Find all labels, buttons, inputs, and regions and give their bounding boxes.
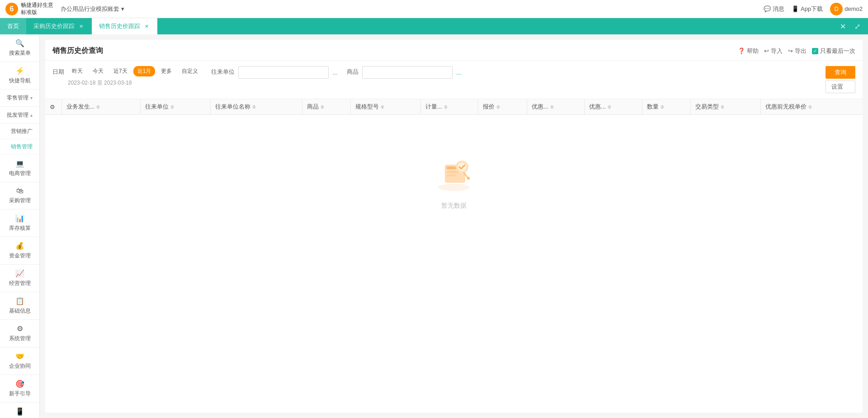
page-actions: ❓ 帮助 ↩ 导入 ↪ 导出 ✓ 只看最后一次 xyxy=(738,47,855,55)
query-button[interactable]: 查询 xyxy=(826,66,855,79)
col-discount2[interactable]: 优惠... xyxy=(585,99,642,115)
col-unit[interactable]: 计量... xyxy=(421,99,478,115)
sidebar-item-basic-info[interactable]: 📋 基础信息 xyxy=(0,292,39,320)
partner-filter-label: 往来单位 xyxy=(211,66,235,76)
only-last-checkbox[interactable]: ✓ 只看最后一次 xyxy=(812,47,855,55)
col-quantity[interactable]: 数量 xyxy=(642,99,691,115)
date-btn-yesterday[interactable]: 昨天 xyxy=(68,66,87,76)
product-dots-button[interactable]: ... xyxy=(456,69,462,76)
page-title: 销售历史价查询 xyxy=(52,46,103,56)
settings-button[interactable]: 设置 xyxy=(826,81,855,93)
col-spec[interactable]: 规格型号 xyxy=(351,99,421,115)
main-layout: 🔍 搜索菜单 ⚡ 快捷导航 零售管理 ▾ 批发管理 ▴ 营销推广 销售管理 💻 … xyxy=(0,34,868,418)
sort-icon xyxy=(550,105,554,109)
export-button[interactable]: ↪ 导出 xyxy=(788,47,807,55)
sidebar-item-retail-mgmt[interactable]: 零售管理 ▾ xyxy=(0,90,39,107)
message-button[interactable]: 💬 消息 xyxy=(764,5,784,13)
sidebar-item-label: 电商管理 xyxy=(9,170,31,177)
sidebar-item-app-center[interactable]: 📱 应用中心 xyxy=(0,403,39,418)
sort-icon xyxy=(96,105,100,109)
tab-sales-history[interactable]: 销售历史价跟踪 ✕ xyxy=(92,18,157,34)
col-biz-date[interactable]: 业务发生... xyxy=(61,99,141,115)
sidebar-item-sys-mgmt[interactable]: ⚙ 系统管理 xyxy=(0,320,39,347)
help-label: 帮助 xyxy=(747,47,759,55)
page-header: 销售历史价查询 ❓ 帮助 ↩ 导入 ↪ 导出 ✓ xyxy=(45,40,863,61)
sidebar-item-ops-mgmt[interactable]: 📈 经营管理 xyxy=(0,265,39,292)
help-button[interactable]: ❓ 帮助 xyxy=(738,47,759,55)
date-btn-more[interactable]: 更多 xyxy=(157,66,176,76)
sort-icon xyxy=(721,105,724,109)
date-btn-custom[interactable]: 自定义 xyxy=(178,66,202,76)
basic-info-icon: 📋 xyxy=(15,297,24,305)
app-selector[interactable]: 办公用品行业模拟账套 ▾ xyxy=(57,3,128,15)
enterprise-icon: 🤝 xyxy=(15,352,24,361)
sales-history-close-icon[interactable]: ✕ xyxy=(143,23,150,30)
checkbox-icon: ✓ xyxy=(812,48,818,54)
sidebar-item-quick-nav[interactable]: ⚡ 快捷导航 xyxy=(0,62,39,90)
date-btn-7days[interactable]: 近7天 xyxy=(109,66,132,76)
app-download-button[interactable]: 📱 App下载 xyxy=(792,5,823,13)
tab-purchase-history[interactable]: 采购历史价跟踪 ✕ xyxy=(26,18,92,34)
col-trade-type[interactable]: 交易类型 xyxy=(691,99,761,115)
gear-icon[interactable]: ⚙ xyxy=(50,104,55,110)
top-header: 6 畅捷通好生意 标准版 办公用品行业模拟账套 ▾ 💬 消息 📱 App下载 D… xyxy=(0,0,868,18)
data-table: ⚙ 业务发生... xyxy=(45,99,863,115)
partner-input[interactable] xyxy=(238,66,329,79)
col-product[interactable]: 商品 xyxy=(302,99,351,115)
content-area: 销售历史价查询 ❓ 帮助 ↩ 导入 ↪ 导出 ✓ xyxy=(40,34,868,418)
sidebar-item-newbie[interactable]: 🎯 新手引导 xyxy=(0,375,39,403)
sidebar-item-wholesale-mgmt[interactable]: 批发管理 ▴ xyxy=(0,107,39,124)
col-partner-code[interactable]: 往来单位 xyxy=(141,99,211,115)
sidebar-item-finance[interactable]: 💰 资金管理 xyxy=(0,237,39,265)
product-filter-group: 商品 ... xyxy=(347,66,462,79)
partner-dots-button[interactable]: ... xyxy=(332,69,338,76)
svg-point-0 xyxy=(438,184,470,191)
logo-text: 畅捷通好生意 标准版 xyxy=(21,2,53,16)
table-area: ⚙ 业务发生... xyxy=(45,99,863,246)
filter-actions: 查询 设置 xyxy=(826,66,855,93)
sidebar-item-label: 新手引导 xyxy=(9,390,31,398)
date-btn-1month[interactable]: 近1月 xyxy=(133,66,156,76)
ops-icon: 📈 xyxy=(15,269,24,278)
svg-rect-3 xyxy=(447,171,459,173)
sort-icon xyxy=(808,105,812,109)
product-input[interactable] xyxy=(362,66,453,79)
sidebar-item-enterprise[interactable]: 🤝 企业协同 xyxy=(0,347,39,375)
date-btn-today[interactable]: 今天 xyxy=(89,66,108,76)
sidebar-item-search-menu[interactable]: 🔍 搜索菜单 xyxy=(0,34,39,62)
help-icon: ❓ xyxy=(738,48,745,54)
col-partner-name[interactable]: 往来单位名称 xyxy=(211,99,302,115)
sidebar-item-label: 库存核算 xyxy=(9,224,31,232)
close-window-button[interactable]: ✕ xyxy=(837,21,848,32)
finance-icon: 💰 xyxy=(15,242,24,250)
sidebar-item-ecom-mgmt[interactable]: 💻 电商管理 xyxy=(0,155,39,182)
sort-icon xyxy=(608,105,611,109)
home-tab-label: 首页 xyxy=(7,22,19,30)
date-options: 昨天 今天 近7天 近1月 更多 自定义 2023-02-18 至 2023-0… xyxy=(68,66,202,87)
date-filter-group: 日期 昨天 今天 近7天 近1月 更多 自定义 2023-02-18 至 202… xyxy=(52,66,202,87)
col-pre-tax-price[interactable]: 优惠前无税单价 xyxy=(761,99,863,115)
maximize-window-button[interactable]: ⤢ xyxy=(852,21,863,32)
purchase-history-close-icon[interactable]: ✕ xyxy=(77,23,85,30)
search-icon: 🔍 xyxy=(15,39,24,48)
tab-home[interactable]: 首页 xyxy=(0,18,26,34)
sidebar-item-label: 采购管理 xyxy=(9,197,31,204)
chevron-up-icon: ▴ xyxy=(30,113,33,118)
sidebar-item-purchase-mgmt[interactable]: 🛍 采购管理 xyxy=(0,182,39,209)
col-quote[interactable]: 报价 xyxy=(478,99,527,115)
sidebar-item-sales-mgmt[interactable]: 销售管理 xyxy=(0,139,39,155)
sidebar-item-marketing[interactable]: 营销推广 xyxy=(0,124,39,139)
col-discount1[interactable]: 优惠... xyxy=(527,99,585,115)
sidebar-item-inventory[interactable]: 📊 库存核算 xyxy=(0,209,39,237)
avatar: D xyxy=(830,3,843,15)
user-menu[interactable]: D demo2 xyxy=(830,3,863,15)
message-label: 消息 xyxy=(773,5,784,13)
partner-input-group: ... xyxy=(238,66,338,79)
logo-area: 6 畅捷通好生意 标准版 xyxy=(5,2,53,16)
tab-bar-right: ✕ ⤢ xyxy=(837,21,868,32)
sidebar-item-label: 零售管理 xyxy=(7,94,28,102)
app-logo-icon: 6 xyxy=(5,3,18,15)
lightning-icon: ⚡ xyxy=(15,66,24,75)
import-button[interactable]: ↩ 导入 xyxy=(764,47,783,55)
sales-history-tab-label: 销售历史价跟踪 xyxy=(99,22,140,30)
